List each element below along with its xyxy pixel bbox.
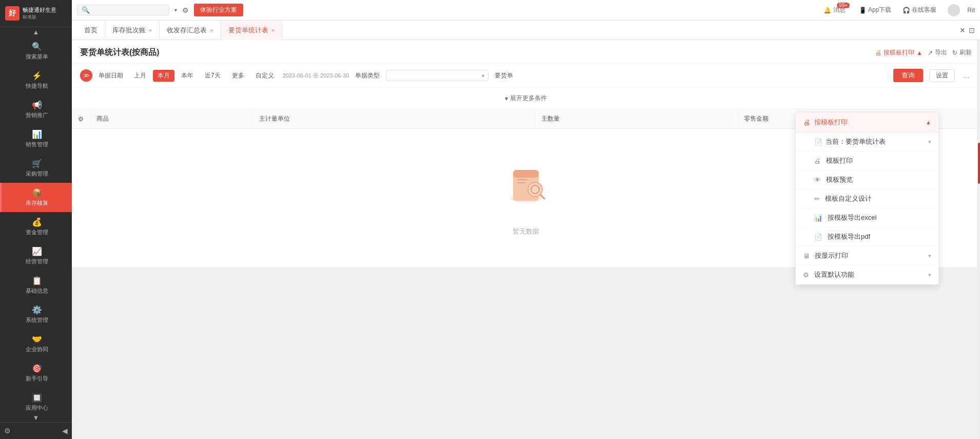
search-input[interactable] (92, 7, 159, 14)
notification-icon: 🔔 (824, 7, 831, 14)
empty-illustration (500, 160, 552, 221)
tab-inventory-batch-close[interactable]: × (149, 27, 152, 33)
sidebar-item-operations[interactable]: 📈 经营管理 (0, 241, 72, 271)
print-dropdown-close-chevron[interactable]: ▲ (926, 119, 931, 125)
page-content: 要货单统计表(按商品) 🖨 按模板打印 ▲ ↗ 导出 ↻ (72, 40, 980, 439)
service-label: 在线客服 (912, 6, 936, 14)
main-area: 🔍 ▾ ⚙ 体验行业方案 🔔 消息 99+ 📱 App下载 🎧 在线客服 Rit (72, 0, 980, 439)
scrollbar-thumb[interactable] (978, 143, 980, 184)
print-display-section-left: 🖥 按显示打印 (803, 251, 848, 260)
print-icon: 🖨 (875, 49, 881, 56)
chevron-down-icon: ▾ (505, 95, 508, 102)
excel-icon: 📊 (814, 214, 822, 222)
th-quantity: 主数量 (535, 109, 737, 129)
sidebar-item-inventory[interactable]: 📦 库存核算 (0, 183, 72, 212)
print-template-btn[interactable]: 🖨 按模板打印 ▲ (875, 48, 923, 57)
print-current-label: 当前：要货单统计表 (826, 137, 928, 146)
print-default-section[interactable]: ⚙ 设置默认功能 ▾ (796, 265, 938, 284)
sidebar-settings-btn[interactable]: ⚙ (4, 427, 11, 435)
notification-btn[interactable]: 🔔 消息 99+ (824, 6, 846, 14)
app-name: 畅捷通好生意 (23, 6, 56, 13)
logo-icon: 好 (5, 6, 19, 21)
export-pdf-label: 按模板导出pdf (828, 232, 870, 241)
print-dropdown-header[interactable]: 🖨 按模板打印 ▲ (796, 112, 938, 132)
sidebar-item-search[interactable]: 🔍 搜索菜单 (0, 36, 72, 66)
date-btn-more[interactable]: 更多 (227, 70, 249, 82)
topbar-search-box[interactable]: 🔍 (77, 5, 169, 15)
app-logo: 好 畅捷通好生意 标准版 (0, 0, 72, 27)
sidebar-item-finance[interactable]: 💰 资金管理 (0, 212, 72, 241)
search-icon: 🔍 (82, 6, 90, 14)
display-print-label: 按显示打印 (815, 251, 848, 260)
online-service-btn[interactable]: 🎧 在线客服 (903, 6, 936, 14)
marketing-icon: 📢 (32, 100, 42, 110)
print-export-pdf-item[interactable]: 📄 按模板导出pdf (796, 227, 938, 246)
print-current-item[interactable]: 📄 当前：要货单统计表 ▾ (796, 132, 938, 151)
purchase-icon: 🛒 (32, 159, 42, 168)
topbar-dropdown-chevron[interactable]: ▾ (174, 7, 177, 13)
date-btn-thismonth[interactable]: 本月 (153, 70, 174, 82)
settings-btn[interactable]: 设置 (929, 69, 955, 82)
print-export-excel-item[interactable]: 📊 按模板导出excel (796, 208, 938, 227)
sidebar-item-appcenter[interactable]: 🔲 应用中心 (0, 388, 72, 413)
tab-order-stats-close[interactable]: × (271, 27, 275, 33)
type-select-wrapper (386, 70, 488, 81)
date-btn-lastmonth[interactable]: 上月 (129, 70, 151, 82)
sidebar-scroll-down[interactable]: ▼ (0, 413, 72, 422)
app-download-btn[interactable]: 📱 App下载 (859, 6, 891, 14)
tab-order-stats[interactable]: 要货单统计表 × (221, 21, 282, 40)
tab-home[interactable]: 首页 (77, 21, 105, 40)
sidebar-toggle-btn[interactable]: ◀ (62, 427, 68, 435)
print-chevron-icon: ▲ (916, 49, 923, 56)
tab-close-all-btn[interactable]: ✕ (959, 26, 966, 34)
date-btn-custom[interactable]: 自定义 (251, 70, 279, 82)
date-btn-thisyear[interactable]: 本年 (177, 70, 198, 82)
sidebar-scroll-up[interactable]: ▲ (0, 27, 72, 36)
tab-maximize-btn[interactable]: ⊡ (969, 26, 975, 34)
print-template-item[interactable]: 🖨 模板打印 (796, 151, 938, 170)
filter-expand-btn[interactable]: ≫ (80, 69, 92, 82)
sidebar-item-label: 搜索菜单 (26, 53, 48, 61)
th-product: 商品 (90, 109, 253, 129)
pdf-icon: 📄 (814, 233, 822, 241)
type-select[interactable] (386, 70, 488, 81)
print-preview-item[interactable]: 👁 模板预览 (796, 170, 938, 189)
username-label[interactable]: Rit (967, 7, 975, 14)
tab-stock-summary[interactable]: 收发存汇总表 × (160, 21, 221, 40)
print-header-icon: 🖨 (803, 118, 810, 126)
date-btn-7days[interactable]: 近7天 (200, 70, 225, 82)
tabs-bar: 首页 库存批次账 × 收发存汇总表 × 要货单统计表 × ✕ ⊡ (72, 21, 980, 40)
template-print-label: 模板打印 (826, 156, 853, 165)
print-dropdown: 🖨 按模板打印 ▲ 📄 当前：要货单统计表 ▾ 🖨 模板打印 (795, 112, 939, 285)
print-design-item[interactable]: ✏ 模板自定义设计 (796, 189, 938, 208)
export-btn[interactable]: ↗ 导出 (928, 48, 947, 57)
sidebar-item-label: 销售管理 (26, 141, 48, 148)
sidebar-item-system[interactable]: ⚙️ 系统管理 (0, 300, 72, 329)
user-avatar[interactable] (948, 4, 960, 16)
sidebar-item-quicknav[interactable]: ⚡ 快捷导航 (0, 66, 72, 95)
sidebar-bottom: ⚙ ◀ (0, 422, 72, 439)
default-setting-label: 设置默认功能 (814, 270, 854, 279)
query-btn[interactable]: 查询 (893, 69, 923, 82)
sidebar-item-guide[interactable]: 🎯 新手引导 (0, 358, 72, 388)
tab-inventory-batch[interactable]: 库存批次账 × (105, 21, 160, 40)
empty-icon-svg (500, 160, 552, 211)
more-actions-btn[interactable]: ... (961, 71, 972, 80)
sidebar-item-purchase[interactable]: 🛒 采购管理 (0, 154, 72, 183)
tab-stock-summary-close[interactable]: × (210, 27, 213, 33)
sidebar-item-sales[interactable]: 📊 销售管理 (0, 124, 72, 154)
refresh-btn[interactable]: ↻ 刷新 (952, 48, 972, 57)
sidebar-item-marketing[interactable]: 📢 营销推广 (0, 95, 72, 124)
expand-more-btn[interactable]: ▾ 展开更多条件 (497, 92, 555, 105)
print-display-section[interactable]: 🖥 按显示打印 ▾ (796, 246, 938, 265)
scrollbar-track (977, 40, 980, 439)
service-icon: 🎧 (903, 7, 910, 14)
sidebar: 好 畅捷通好生意 标准版 ▲ 🔍 搜索菜单 ⚡ 快捷导航 📢 营销推广 📊 (0, 0, 72, 439)
column-settings-icon[interactable]: ⚙ (78, 116, 84, 123)
date-range-text: 2023-06-01 至 2023-06-30 (283, 72, 349, 80)
export-label: 导出 (935, 48, 947, 57)
sidebar-item-basicinfo[interactable]: 📋 基础信息 (0, 271, 72, 300)
topbar-gear-icon[interactable]: ⚙ (182, 6, 189, 14)
sidebar-item-collab[interactable]: 🤝 企业协同 (0, 329, 72, 358)
industry-btn[interactable]: 体验行业方案 (194, 4, 243, 16)
